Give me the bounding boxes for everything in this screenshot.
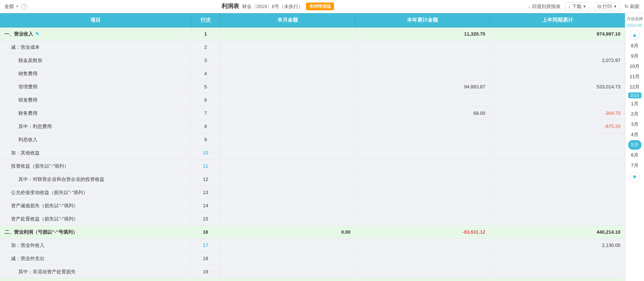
table-row: 其中：非流动资产处置损失 19 [0, 265, 625, 278]
row-prev [490, 186, 625, 199]
top-bar: 全部 ▼ ? 利润表 财会〔2019〕6号（未执行） 未结转损益 ↓ 回退到原报… [0, 0, 644, 13]
report-subtitle: 财会〔2019〕6号（未执行） [242, 3, 303, 10]
month-item-6[interactable]: 6月 [628, 150, 641, 160]
month-item-10[interactable]: 10月 [628, 62, 641, 71]
row-month [220, 239, 355, 252]
month-item-4[interactable]: 4月 [628, 130, 641, 139]
row-num: 11 [191, 160, 220, 172]
row-prev [490, 41, 625, 54]
row-num: 16 [191, 226, 220, 238]
month-item-2[interactable]: 2月 [628, 109, 641, 119]
month-item-11[interactable]: 11月 [628, 72, 641, 81]
table-row: 三、利润总额（亏损总额以"-"号填列） 20 0.00 -83,631.12 4… [0, 278, 625, 281]
month-item-12[interactable]: 12月 [628, 82, 641, 92]
row-name: 资产处置收益（损失以"-"填列） [0, 212, 191, 225]
year-label: 2023.05 [627, 23, 642, 28]
right-sidebar: 月份选择 2023.05 ▲ 8月 9月 10月 11月 12月 2023 1月… [625, 13, 644, 281]
row-name: 税金及附加 [0, 54, 191, 67]
row-ytd [355, 265, 490, 278]
download-btn[interactable]: ↓ 下载 ▼ [565, 2, 590, 11]
row-num: 13 [191, 186, 220, 199]
back-btn[interactable]: ↓ 回退到原报表 [528, 3, 561, 10]
row-num: 18 [191, 252, 220, 265]
row-num: 7 [191, 107, 220, 120]
table-row: 销售费用 4 [0, 67, 625, 80]
table-row: 加：营业外收入 17 2,130.05 [0, 239, 625, 252]
row-ytd: -83,631.12 [355, 226, 490, 238]
col-header-ytd: 本年累计金额 [355, 13, 490, 27]
row-num: 5 [191, 80, 220, 93]
table-row: 利息收入 9 [0, 133, 625, 146]
row-month [220, 28, 355, 40]
row-ytd: -83,631.12 [355, 278, 490, 281]
refresh-btn[interactable]: ↻ 刷新 [625, 3, 640, 10]
row-ytd [355, 212, 490, 225]
row-ytd [355, 160, 490, 172]
row-prev [490, 199, 625, 212]
nav-up-arrow[interactable]: ▲ [630, 30, 640, 40]
row-ytd: 11,320.75 [355, 28, 490, 40]
status-badge: 未结转损益 [306, 3, 334, 10]
table-row: 研发费用 6 [0, 94, 625, 107]
row-ytd [355, 186, 490, 199]
row-month [220, 160, 355, 172]
table-row: 一、营业收入 ✎ 1 11,320.75 974,997.10 [0, 28, 625, 41]
row-name: 资产减值损失（损失以"-"填列） [0, 199, 191, 212]
row-ytd [355, 146, 490, 159]
row-month [220, 67, 355, 80]
year-marker-2023: 2023 [628, 92, 641, 98]
print-btn[interactable]: ⊟ 打印 ▼ [594, 2, 620, 11]
row-name: 三、利润总额（亏损总额以"-"号填列） [0, 278, 191, 281]
table-row: 投资收益（损失以"-"填列） 11 [0, 160, 625, 173]
row-prev [490, 212, 625, 225]
all-dropdown[interactable]: 全部 ▼ [4, 3, 19, 10]
row-month [220, 80, 355, 93]
col-header-row: 行次 [191, 13, 220, 27]
help-icon[interactable]: ? [21, 4, 27, 10]
main-layout: 项目 行次 本月金额 本年累计金额 上年同期累计 一、营业收入 ✎ 1 11,3… [0, 13, 644, 281]
table-row: 税金及附加 3 2,072.97 [0, 54, 625, 67]
col-header-prev: 上年同期累计 [490, 13, 625, 27]
table-row: 资产处置收益（损失以"-"填列） 15 [0, 212, 625, 226]
row-num: 10 [191, 146, 220, 159]
month-selector-label: 月份选择 [627, 16, 643, 22]
table-row: 财务费用 7 68.00 -304.70 [0, 107, 625, 120]
row-month [220, 120, 355, 133]
row-month [220, 133, 355, 146]
month-item-1[interactable]: 1月 [628, 99, 641, 109]
edit-icon[interactable]: ✎ [35, 31, 39, 37]
month-item-7[interactable]: 7月 [628, 161, 641, 170]
table-row: 其中：利息费用 8 -875.20 [0, 120, 625, 133]
row-month [220, 265, 355, 278]
month-item-8[interactable]: 8月 [628, 41, 641, 51]
row-prev: 2,072.97 [490, 54, 625, 67]
top-bar-right: ↓ 回退到原报表 ↓ 下载 ▼ ⊟ 打印 ▼ ↻ 刷新 [528, 2, 640, 11]
top-bar-left: 全部 ▼ ? [4, 3, 27, 10]
table-row: 减：营业外支出 18 [0, 252, 625, 265]
row-num: 1 [191, 28, 220, 40]
table-row: 公允价值变动收益（损失以"-"填列） 13 [0, 186, 625, 199]
month-item-3[interactable]: 3月 [628, 120, 641, 129]
row-ytd [355, 67, 490, 80]
row-ytd [355, 239, 490, 252]
row-month [220, 107, 355, 120]
row-num: 17 [191, 239, 220, 252]
row-prev [490, 265, 625, 278]
top-bar-center: 利润表 财会〔2019〕6号（未执行） 未结转损益 [222, 3, 334, 10]
row-num: 8 [191, 120, 220, 133]
nav-down-arrow[interactable]: ▼ [630, 172, 640, 182]
table-row: 减：营业成本 2 [0, 41, 625, 54]
row-prev [490, 133, 625, 146]
row-prev: 440,214.10 [490, 226, 625, 238]
row-name: 财务费用 [0, 107, 191, 120]
row-name: 其中：对联营企业和合营企业的投资收益 [0, 173, 191, 186]
table-row: 管理费用 5 94,883.87 533,014.73 [0, 80, 625, 94]
row-prev: -304.70 [490, 107, 625, 120]
row-prev [490, 94, 625, 106]
month-item-9[interactable]: 9月 [628, 51, 641, 61]
row-ytd [355, 133, 490, 146]
month-item-5[interactable]: 5月 [628, 140, 641, 150]
row-prev: 533,014.73 [490, 80, 625, 93]
row-num: 14 [191, 199, 220, 212]
row-name: 公允价值变动收益（损失以"-"填列） [0, 186, 191, 199]
